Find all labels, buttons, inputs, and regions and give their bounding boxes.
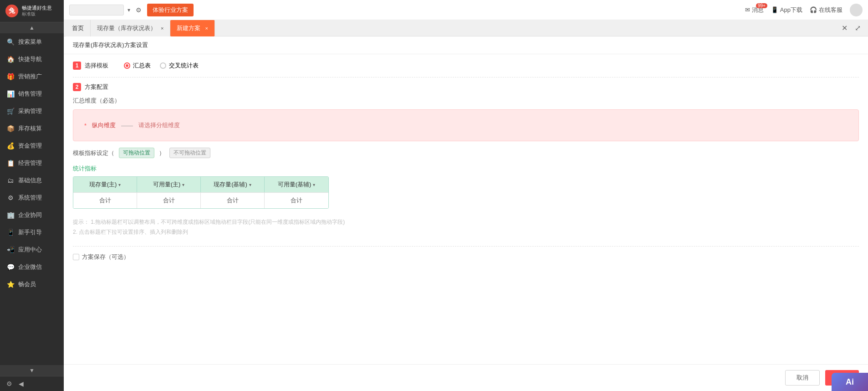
step1-section: 1 选择模板 汇总表 交叉统计表 [73,62,859,70]
messages-button[interactable]: ✉ 消息 99+ [745,6,764,14]
topbar-dropdown[interactable]: ▾ [128,7,130,13]
step1-title: 选择模板 [85,62,108,70]
message-icon: ✉ [745,6,750,13]
messages-badge: 99+ [756,3,767,8]
stats-col-3-header[interactable]: 可用量(基辅) ▾ [265,177,328,192]
dimension-placeholder[interactable]: 请选择分组维度 [138,121,180,129]
online-service-button[interactable]: 🎧 在线客服 [810,6,842,14]
stats-col-3-data: 合计 [265,192,328,208]
app-logo: 兔 畅捷通好生意 标准版 [0,0,64,22]
cart-icon: 🛒 [6,107,15,115]
stats-col-2-label: 现存量(基辅) [214,180,247,189]
stats-col-1-header[interactable]: 可用量(主) ▾ [137,177,201,192]
user-avatar[interactable] [850,4,863,16]
radio-summary-circle[interactable] [124,62,130,69]
sidebar-item-enterprise[interactable]: 🏢 企业协同 [0,206,64,224]
dropdown-chevron-icon: ▾ [128,7,130,13]
online-service-label: 在线客服 [819,6,842,14]
stats-col-3-chevron[interactable]: ▾ [313,182,315,187]
tab-new-scheme-label: 新建方案 [177,24,200,32]
tab-resize-button[interactable]: ⤢ [853,23,863,33]
sidebar-item-inventory[interactable]: 📦 库存核算 [0,120,64,137]
sidebar-item-label: 经营管理 [18,159,42,167]
sidebar-item-search[interactable]: 🔍 搜索菜单 [0,33,64,51]
stats-col-1-chevron[interactable]: ▾ [182,182,184,187]
sidebar-item-system[interactable]: ⚙ 系统管理 [0,189,64,206]
sidebar-item-label: 搜索菜单 [18,38,42,46]
tabs-bar-right: ✕ ⤢ [840,23,866,33]
stats-col-0-chevron[interactable]: ▾ [118,182,121,187]
sidebar-item-newuser[interactable]: 📱 新手引导 [0,224,64,241]
indicator-setting-close: ） [159,149,165,157]
chat-icon: 💬 [6,263,15,271]
topbar-search-input[interactable] [69,5,124,15]
sidebar-item-finance[interactable]: 💰 资金管理 [0,137,64,154]
sidebar-item-apps[interactable]: 📲 应用中心 [0,241,64,258]
sidebar-item-shortcut[interactable]: 🏠 快捷导航 [0,51,64,68]
stats-col-1-label: 可用量(主) [153,180,181,189]
radio-cross[interactable]: 交叉统计表 [160,62,199,70]
ai-badge[interactable]: Ai [832,373,868,391]
bottom-section: 方案保存（可选） [73,246,859,261]
app-edition: 标准版 [22,11,52,17]
topbar-settings-icon[interactable]: ⚙ [134,5,143,15]
sidebar-item-label: 营销推广 [18,72,42,81]
dimension-separator: —— [121,122,133,129]
footer-buttons: 取消 查询 [64,364,868,391]
sidebar-item-marketing[interactable]: 🎁 营销推广 [0,68,64,85]
sidebar-item-basic[interactable]: 🗂 基础信息 [0,172,64,189]
tab-inventory-label: 现存量（库存状况表） [97,24,156,32]
trial-button[interactable]: 体验行业方案 [147,4,194,16]
sidebar-bottom: ⚙ ◀ [0,376,64,391]
settings-bottom-icon[interactable]: ⚙ [6,380,12,387]
template-options: 汇总表 交叉统计表 [124,62,199,70]
tip-1: 提示： 1.拖动标题栏可以调整布局，不可跨维度或指标区域拖动栏目字段(只能在同一… [73,217,859,227]
sidebar-item-member[interactable]: ⭐ 畅会员 [0,276,64,293]
gift-icon: 🎁 [6,72,15,81]
sidebar-scroll-down[interactable]: ▼ [0,365,64,376]
stats-data-row: 合计 合计 合计 合计 [73,192,328,208]
sidebar-item-sales[interactable]: 📊 销售管理 [0,85,64,103]
collapse-icon[interactable]: ◀ [19,380,24,387]
stats-label: 统计指标 [73,165,859,173]
step2-title: 方案配置 [85,83,108,91]
dimension-title: 纵向维度 [92,121,116,129]
gear-icon: ⚙ [6,194,15,202]
tab-inventory[interactable]: 现存量（库存状况表） × [91,20,170,36]
sidebar-item-purchase[interactable]: 🛒 采购管理 [0,103,64,120]
stats-col-2-data: 合计 [201,192,265,208]
radio-summary-label: 汇总表 [133,62,151,70]
step2-number: 2 [73,83,81,91]
app-download-button[interactable]: 📱 App下载 [771,6,802,14]
step-divider [73,77,859,77]
radio-summary[interactable]: 汇总表 [124,62,151,70]
tab-home[interactable]: 首页 [66,20,91,36]
sidebar-scroll-up[interactable]: ▲ [0,22,64,33]
sidebar-item-label: 资金管理 [18,142,42,150]
no-drag-badge: 不可拖动位置 [169,148,210,158]
box-icon: 📦 [6,124,15,133]
sidebar-item-label: 销售管理 [18,90,42,98]
save-option: 方案保存（可选） [73,253,859,261]
stats-col-0-header[interactable]: 现存量(主) ▾ [73,177,137,192]
building-icon: 🏢 [6,211,15,219]
tab-inventory-close-icon[interactable]: × [161,26,163,31]
stats-col-0-label: 现存量(主) [89,180,117,189]
stats-col-2-header[interactable]: 现存量(基辅) ▾ [201,177,265,192]
sidebar-item-operation[interactable]: 📋 经营管理 [0,154,64,172]
save-checkbox[interactable] [73,254,79,260]
cancel-button[interactable]: 取消 [785,370,820,386]
tip-2: 2. 点击标题栏下拉可设置排序、插入列和删除列 [73,227,859,237]
tab-close-button[interactable]: ✕ [840,23,849,33]
tab-new-scheme[interactable]: 新建方案 × [170,20,214,36]
dimension-row: * 纵向维度 —— 请选择分组维度 [84,121,180,129]
stats-col-0-data: 合计 [73,192,137,208]
ai-label: Ai [846,377,854,387]
sidebar-item-label: 新手引导 [18,228,42,237]
tab-new-scheme-close-icon[interactable]: × [205,26,208,31]
sidebar-item-wechat[interactable]: 💬 企业微信 [0,258,64,276]
phone-icon: 📱 [771,6,778,13]
radio-cross-circle[interactable] [160,62,166,69]
sidebar-item-label: 畅会员 [18,280,36,288]
stats-col-2-chevron[interactable]: ▾ [249,182,251,187]
